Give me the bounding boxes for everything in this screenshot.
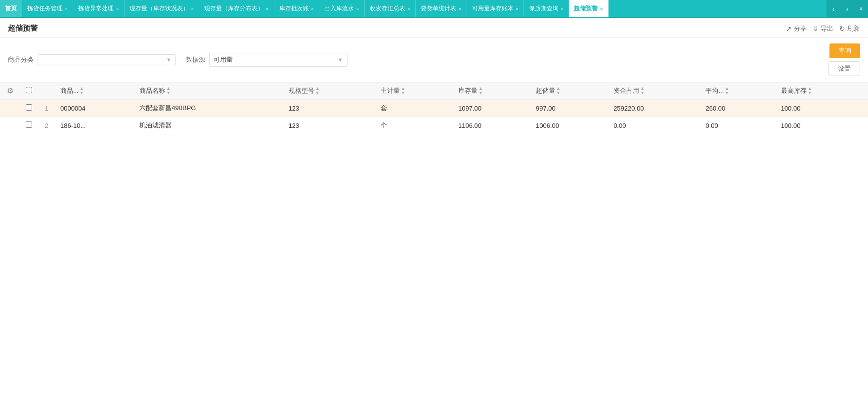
row2-checkbox[interactable] — [26, 121, 32, 128]
nav-tab-shelf-life-label: 保质期查询 — [529, 4, 559, 13]
nav-tab-inout-flow-close[interactable]: × — [356, 6, 359, 12]
refresh-icon: ↻ — [839, 25, 845, 33]
nav-tab-inventory-status-label: 现存量（库存状况表） — [130, 4, 189, 13]
row1-overstock: 997.00 — [531, 100, 608, 117]
table-container: ⚙ 商品... ▲▼ 商品名称 — [0, 82, 868, 142]
th-spec[interactable]: 规格型号 ▲▼ — [284, 82, 376, 100]
nav-tab-task-mgmt-label: 拣货任务管理 — [27, 4, 63, 13]
row2-spec: 123 — [284, 117, 376, 134]
select-all-checkbox[interactable] — [26, 87, 32, 93]
nav-tab-task-mgmt-close[interactable]: × — [65, 6, 68, 12]
row2-product-code: 186-10... — [55, 117, 134, 134]
page-header: 超储预警 ➚ 分享 ⇓ 导出 ↻ 刷新 — [0, 18, 868, 38]
row2-overstock: 1006.00 — [531, 117, 608, 134]
datasource-select-value: 可用量 — [214, 55, 233, 64]
datasource-label: 数据源 — [186, 55, 205, 64]
nav-tab-summary[interactable]: 收发存汇总表 × — [365, 0, 416, 17]
th-overstock[interactable]: 超储量 ▲▼ — [531, 82, 608, 100]
nav-tab-inventory-dist[interactable]: 现存量（库存分布表） × — [199, 0, 274, 17]
row1-max-stock: 100.00 — [776, 100, 868, 117]
nav-tab-inventory-status-close[interactable]: × — [191, 6, 194, 12]
nav-tab-available-ledger[interactable]: 可用量库存账本 × — [467, 0, 524, 17]
table-header-row: ⚙ 商品... ▲▼ 商品名称 — [0, 82, 868, 100]
th-capital[interactable]: 资金占用 ▲▼ — [608, 82, 700, 100]
row1-checkbox-cell[interactable] — [20, 100, 38, 117]
th-product-name[interactable]: 商品名称 ▲▼ — [134, 82, 283, 100]
th-checkbox[interactable] — [20, 82, 38, 100]
th-unit[interactable]: 主计量 ▲▼ — [376, 82, 453, 100]
nav-tab-shelf-life-close[interactable]: × — [561, 6, 564, 12]
datasource-select[interactable]: 可用量 ▼ — [209, 53, 347, 67]
share-label: 分享 — [794, 24, 807, 33]
nav-tab-order-stats-close[interactable]: × — [458, 6, 461, 12]
refresh-button[interactable]: ↻ 刷新 — [839, 24, 860, 33]
row1-stock: 1097.00 — [453, 100, 531, 117]
page-title: 超储预警 — [8, 24, 38, 33]
sort-icon-unit: ▲▼ — [401, 86, 405, 95]
nav-tab-summary-close[interactable]: × — [407, 6, 410, 12]
row1-product-code: 0000004 — [55, 100, 134, 117]
nav-tab-overstock-label: 超储预警 — [574, 4, 598, 13]
nav-tab-home[interactable]: 首页 — [0, 0, 22, 17]
table-body: 1 0000004 六配套新昌490BPG 123 套 1097.00 997.… — [0, 100, 868, 134]
nav-tab-overstock[interactable]: 超储预警 × — [569, 0, 608, 17]
datasource-select-arrow-icon: ▼ — [338, 57, 343, 63]
table-row: 1 0000004 六配套新昌490BPG 123 套 1097.00 997.… — [0, 100, 868, 117]
nav-tab-order-stats[interactable]: 要货单统计表 × — [416, 0, 467, 17]
export-button[interactable]: ⇓ 导出 — [813, 24, 833, 33]
nav-tab-task-mgmt[interactable]: 拣货任务管理 × — [22, 0, 73, 17]
share-button[interactable]: ➚ 分享 — [786, 24, 807, 33]
th-gear[interactable]: ⚙ — [0, 82, 20, 100]
th-max-stock[interactable]: 最高库存 ▲▼ — [776, 82, 868, 100]
row2-num: 2 — [38, 117, 55, 134]
nav-tab-home-label: 首页 — [5, 4, 17, 13]
sort-icon-max-stock: ▲▼ — [808, 86, 812, 95]
nav-tab-available-ledger-close[interactable]: × — [516, 6, 519, 12]
nav-tab-batch-account-close[interactable]: × — [311, 6, 314, 12]
sort-icon-spec: ▲▼ — [315, 86, 320, 95]
sort-icon-stock: ▲▼ — [478, 86, 483, 95]
nav-tab-exception[interactable]: 拣货异常处理 × — [73, 0, 124, 17]
row1-capital: 259220.00 — [608, 100, 700, 117]
datasource-filter-group: 数据源 可用量 ▼ — [186, 53, 347, 67]
nav-tab-inventory-status[interactable]: 现存量（库存状况表） × — [125, 0, 199, 17]
nav-arrow-right[interactable]: › — [840, 0, 854, 17]
row1-spec: 123 — [284, 100, 376, 117]
row2-gear-cell — [0, 117, 20, 134]
table-row: 2 186-10... 机油滤清器 123 个 1106.00 1006.00 … — [0, 117, 868, 134]
th-stock[interactable]: 库存量 ▲▼ — [453, 82, 531, 100]
nav-tab-batch-account[interactable]: 库存批次账 × — [274, 0, 319, 17]
th-avg[interactable]: 平均... ▲▼ — [700, 82, 776, 100]
sort-icon-capital: ▲▼ — [640, 86, 645, 95]
row1-checkbox[interactable] — [26, 104, 32, 111]
nav-tab-shelf-life[interactable]: 保质期查询 × — [524, 0, 569, 17]
row2-unit: 个 — [376, 117, 453, 134]
nav-tab-inout-flow[interactable]: 出入库流水 × — [319, 0, 364, 17]
nav-arrow-close[interactable]: × — [854, 0, 868, 17]
refresh-label: 刷新 — [847, 24, 860, 33]
query-button[interactable]: 查询 — [829, 43, 860, 58]
filter-buttons: 查询 设置 — [828, 43, 860, 76]
settings-button[interactable]: 设置 — [828, 61, 860, 76]
nav-tab-summary-label: 收发存汇总表 — [370, 4, 405, 13]
nav-tab-available-ledger-label: 可用量库存账本 — [472, 4, 514, 13]
share-icon: ➚ — [786, 25, 792, 33]
filter-row: 商品分类 ▼ 数据源 可用量 ▼ 查询 设置 — [0, 38, 868, 82]
category-select[interactable]: ▼ — [38, 54, 176, 65]
nav-arrow-left[interactable]: ‹ — [826, 0, 840, 17]
settings-gear-icon[interactable]: ⚙ — [7, 86, 13, 95]
th-product-code[interactable]: 商品... ▲▼ — [55, 82, 134, 100]
nav-tab-order-stats-label: 要货单统计表 — [421, 4, 456, 13]
nav-tab-exception-close[interactable]: × — [116, 6, 119, 12]
row1-unit: 套 — [376, 100, 453, 117]
row1-avg: 260.00 — [700, 100, 776, 117]
row2-checkbox-cell[interactable] — [20, 117, 38, 134]
nav-tab-overstock-close[interactable]: × — [600, 6, 603, 12]
top-nav: 首页 拣货任务管理 × 拣货异常处理 × 现存量（库存状况表） × 现存量（库存… — [0, 0, 868, 18]
sort-icon-overstock: ▲▼ — [556, 86, 561, 95]
category-label: 商品分类 — [8, 55, 34, 64]
th-rownum — [38, 82, 55, 100]
nav-tab-inventory-dist-close[interactable]: × — [265, 6, 268, 12]
header-actions: ➚ 分享 ⇓ 导出 ↻ 刷新 — [786, 24, 860, 33]
row1-num: 1 — [38, 100, 55, 117]
